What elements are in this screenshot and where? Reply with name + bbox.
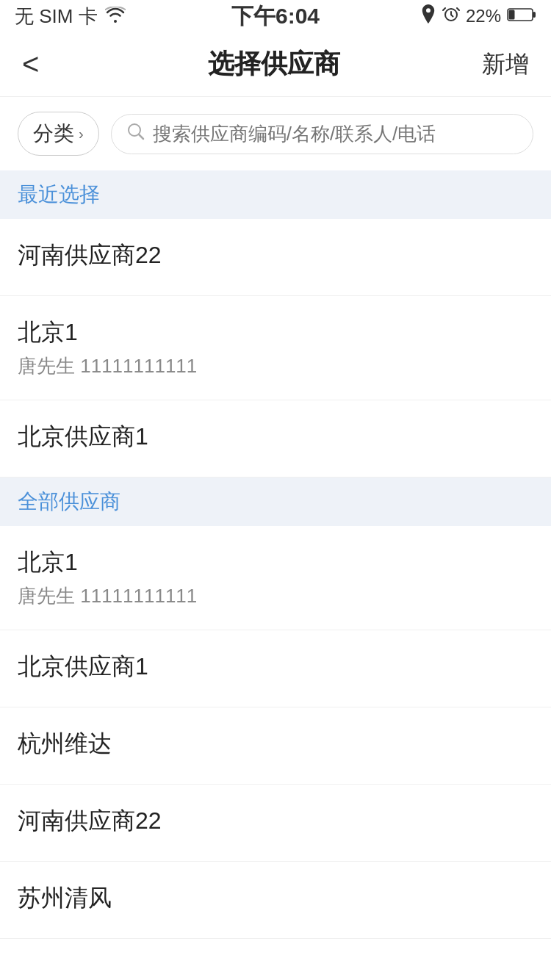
section-header-recent: 最近选择 bbox=[0, 170, 551, 219]
section-header-all: 全部供应商 bbox=[0, 478, 551, 526]
item-name: 北京1 bbox=[18, 317, 533, 349]
list-item[interactable]: 北京供应商1 bbox=[0, 630, 551, 707]
new-action-button[interactable]: 新增 bbox=[482, 48, 529, 81]
item-name: 北京1 bbox=[18, 547, 533, 579]
list-item[interactable]: 苏州清风 bbox=[0, 862, 551, 939]
list-item[interactable]: 杭州维达 bbox=[0, 707, 551, 785]
supplier-list: 最近选择河南供应商22北京1唐先生 11111111111北京供应商1全部供应商… bbox=[0, 170, 551, 939]
list-item[interactable]: 河南供应商22 bbox=[0, 219, 551, 296]
item-name: 河南供应商22 bbox=[18, 805, 533, 837]
item-name: 苏州清风 bbox=[18, 882, 533, 915]
section-header-text: 全部供应商 bbox=[18, 490, 120, 513]
nav-bar: < 选择供应商 新增 bbox=[0, 32, 551, 97]
status-time: 下午6:04 bbox=[231, 1, 320, 32]
svg-rect-3 bbox=[509, 10, 515, 20]
location-icon bbox=[420, 4, 436, 28]
back-button[interactable]: < bbox=[22, 48, 66, 81]
item-contact: 唐先生 11111111111 bbox=[18, 583, 533, 609]
alarm-icon bbox=[442, 5, 460, 27]
list-item[interactable]: 河南供应商22 bbox=[0, 785, 551, 862]
category-label: 分类 bbox=[33, 120, 74, 148]
filter-bar: 分类 › bbox=[0, 97, 551, 170]
page-title: 选择供应商 bbox=[208, 46, 340, 82]
carrier-text: 无 SIM 卡 bbox=[15, 4, 98, 29]
search-icon bbox=[126, 122, 145, 146]
item-name: 北京供应商1 bbox=[18, 651, 533, 683]
list-item[interactable]: 北京1唐先生 11111111111 bbox=[0, 526, 551, 630]
status-right: 22% bbox=[420, 4, 536, 28]
item-name: 杭州维达 bbox=[18, 728, 533, 760]
item-contact: 唐先生 11111111111 bbox=[18, 353, 533, 379]
battery-icon bbox=[507, 6, 536, 26]
wifi-icon bbox=[105, 5, 126, 28]
item-name: 北京供应商1 bbox=[18, 421, 533, 453]
svg-rect-2 bbox=[533, 12, 536, 18]
chevron-right-icon: › bbox=[79, 126, 84, 143]
battery-text: 22% bbox=[466, 6, 501, 26]
status-bar: 无 SIM 卡 下午6:04 22% bbox=[0, 0, 551, 32]
list-item[interactable]: 北京1唐先生 11111111111 bbox=[0, 296, 551, 400]
category-button[interactable]: 分类 › bbox=[18, 112, 99, 156]
search-box[interactable] bbox=[111, 114, 533, 154]
item-name: 河南供应商22 bbox=[18, 239, 533, 272]
search-input[interactable] bbox=[153, 123, 518, 145]
status-left: 无 SIM 卡 bbox=[15, 4, 126, 29]
list-item[interactable]: 北京供应商1 bbox=[0, 400, 551, 478]
section-header-text: 最近选择 bbox=[18, 183, 100, 206]
